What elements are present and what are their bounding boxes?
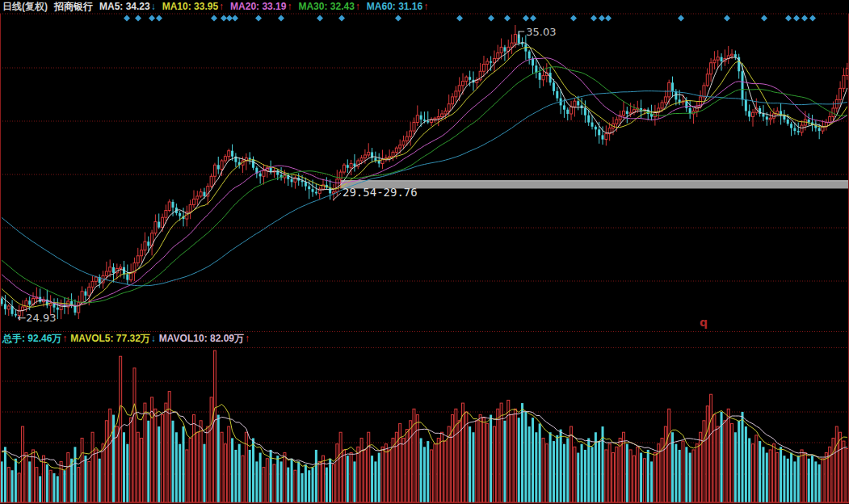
candlestick-series[interactable] [1, 25, 849, 321]
mavol5-value: MAVOL5: 77.32万 [70, 332, 149, 346]
svg-text:q: q [700, 316, 708, 329]
mavol10-readout: MAVOL10: 82.09万 ↑ [159, 332, 250, 346]
ma20-readout: MA20: 33.19 ↑ [230, 0, 292, 13]
mavol10-trend-arrow-icon: ↑ [245, 332, 250, 346]
ma30-trend-arrow-icon: ↑ [355, 0, 360, 13]
svg-text:29.54-29.76: 29.54-29.76 [343, 186, 418, 199]
svg-text:←24.93: ←24.93 [17, 312, 56, 324]
mavol10-value: MAVOL10: 82.09万 [159, 332, 244, 346]
main-chart-header: 日线(复权) 招商银行 MA5: 34.23 ↓ MA10: 33.95 ↑ M… [2, 0, 428, 13]
stock-chart-window: 35.03←24.9329.54-29.76q 日线(复权) 招商银行 MA5:… [0, 0, 849, 504]
ma5-trend-arrow-icon: ↓ [151, 0, 156, 13]
price-ma-lines [2, 42, 847, 311]
ma30-readout: MA30: 32.43 ↑ [298, 0, 359, 13]
ma20-value: MA20: 33.19 [230, 0, 286, 13]
ma60-trend-arrow-icon: ↑ [423, 0, 428, 13]
ma30-value: MA30: 32.43 [298, 0, 354, 13]
total-volume-readout: 总手: 92.46万 ↑ [2, 332, 67, 346]
mavol5-readout: MAVOL5: 77.32万 ↓ [70, 332, 155, 346]
mavol5-trend-arrow-icon: ↓ [151, 332, 156, 346]
ma5-readout: MA5: 34.23 ↓ [99, 0, 156, 13]
stock-name: 招商银行 [54, 0, 93, 13]
svg-text:35.03: 35.03 [526, 26, 556, 38]
ma10-readout: MA10: 33.95 ↑ [162, 0, 224, 13]
total-volume-value: 总手: 92.46万 [2, 332, 61, 346]
volume-pane-header: 总手: 92.46万 ↑ MAVOL5: 77.32万 ↓ MAVOL10: 8… [2, 332, 250, 346]
ma60-readout: MA60: 31.16 ↑ [367, 0, 428, 13]
total-volume-trend-arrow-icon: ↑ [62, 332, 67, 346]
ma20-trend-arrow-icon: ↑ [287, 0, 292, 13]
period-label: 日线(复权) [2, 0, 48, 13]
event-diamond-markers[interactable] [124, 15, 816, 22]
ma5-value: MA5: 34.23 [99, 0, 150, 13]
ma60-value: MA60: 31.16 [367, 0, 422, 13]
ma10-value: MA10: 33.95 [162, 0, 218, 13]
ma10-trend-arrow-icon: ↑ [219, 0, 224, 13]
chart-canvas[interactable]: 35.03←24.9329.54-29.76q [0, 0, 849, 504]
